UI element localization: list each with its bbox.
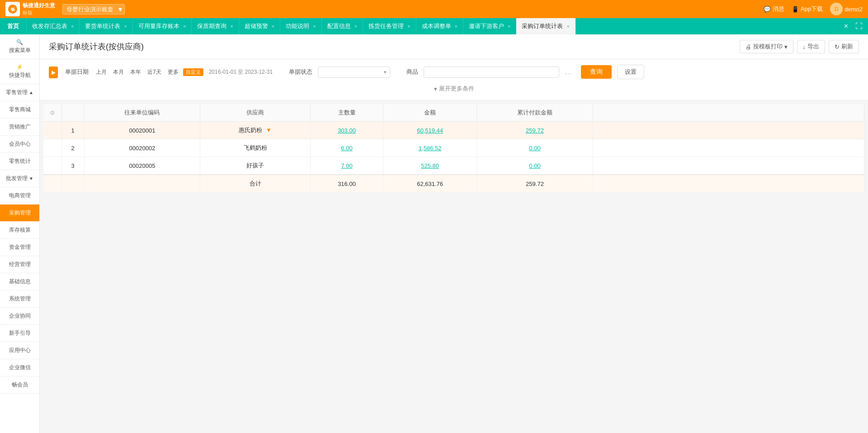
close-icon[interactable]: × [230,24,233,29]
sidebar-item-member[interactable]: 会员中心 [0,136,39,153]
row-paid-amount: 259.72 [476,122,593,139]
sidebar-item-purchase[interactable]: 采购管理 [0,205,39,222]
page-header: 采购订单统计表(按供应商) 🖨 按模板打印 ▾ ↓ 导出 ↻ 刷新 [40,34,868,59]
date-shortcut-7days[interactable]: 近7天 [146,67,163,77]
status-select[interactable] [318,67,390,78]
tab-overstock-alert[interactable]: 超储预警 × [239,18,280,34]
row-index: 2 [61,139,84,157]
close-icon[interactable]: × [407,24,410,29]
tab-order-stats[interactable]: 要货单统计表 × [80,18,132,34]
workspace-select[interactable]: 母婴行业演示账套 [62,4,125,14]
date-shortcut-more[interactable]: 更多 [166,67,180,77]
sidebar-item-wechat[interactable]: 企业微信 [0,359,39,376]
status-select-wrap[interactable] [318,67,390,78]
nav-fullscreen-btn[interactable]: ⛶ [854,22,864,30]
goods-input[interactable] [424,67,559,78]
tab-purchase-stats[interactable]: 采购订单统计表 × [516,18,575,34]
close-icon[interactable]: × [566,24,569,29]
col-header-settings[interactable]: ⚙ [43,104,61,122]
footer-paid-amount: 259.72 [476,175,593,193]
tab-home[interactable]: 首页 [0,18,27,34]
sidebar-item-marketing[interactable]: 营销推广 [0,119,39,136]
sidebar-item-wholesale[interactable]: 批发管理 ▼ [0,170,39,187]
content-area: 采购订单统计表(按供应商) 🖨 按模板打印 ▾ ↓ 导出 ↻ 刷新 [40,34,868,433]
message-icon: 💬 [764,6,771,13]
status-label: 单据状态 [289,68,312,76]
sidebar-item-retail-mall[interactable]: 零售商城 [0,101,39,119]
nav-close-btn[interactable]: × [842,22,850,30]
tab-function-desc[interactable]: 功能说明 × [280,18,321,34]
header-actions: 🖨 按模板打印 ▾ ↓ 导出 ↻ 刷新 [740,40,859,53]
close-icon[interactable]: × [455,24,458,29]
main-layout: 🔍 搜索菜单 ⚡ 快捷导航 零售管理 ▲ 零售商城 营销推广 会员中心 零售统计… [0,34,868,433]
footer-label: 合计 [200,175,310,193]
tab-invite-customer[interactable]: 邀请下游客户 × [463,18,516,34]
tab-receive-pay[interactable]: 收发存汇总表 × [27,18,80,34]
logo-area: 畅 畅捷通好生意 标版 [5,2,55,16]
sidebar-item-basics[interactable]: 基础信息 [0,273,39,290]
close-icon[interactable]: × [124,24,127,29]
chevron-down-icon: ▲ [29,90,33,95]
date-shortcut-this-year[interactable]: 本年 [128,67,143,77]
col-header-supplier: 供应商 [200,104,310,122]
sidebar-item-app-center[interactable]: 应用中心 [0,342,39,359]
more-dots-icon[interactable]: … [565,68,572,76]
row-settings [43,122,61,139]
export-button[interactable]: ↓ 导出 [797,40,826,53]
filter-row-date: 单据日期 上月 本月 本年 近7天 更多 自定义 2016-01-01 至 20… [65,65,859,79]
avatar: D [830,3,843,15]
quick-nav-icon: ⚡ [16,64,23,70]
date-shortcut-last-month[interactable]: 上月 [94,67,108,77]
expand-arrow-icon[interactable]: ▼ [266,127,272,133]
refresh-button[interactable]: ↻ 刷新 [829,40,859,53]
expand-more-btn[interactable]: ▾ 展开更多条件 [49,83,859,95]
filter-toggle-btn[interactable]: ▶ [49,67,58,78]
close-icon[interactable]: × [71,24,74,29]
sidebar-item-finance[interactable]: 资金管理 [0,239,39,256]
row-quantity: 7.00 [310,157,383,175]
tab-expiry-query[interactable]: 保质期查询 × [192,18,239,34]
tab-config-info[interactable]: 配置信息 × [322,18,363,34]
row-supplier: 好孩子 [200,157,310,175]
custom-badge[interactable]: 自定义 [183,68,203,76]
sidebar-item-quick-nav[interactable]: ⚡ 快捷导航 [0,59,39,84]
user-area[interactable]: D demo2 [830,3,863,15]
print-button[interactable]: 🖨 按模板打印 ▾ [740,40,793,53]
sidebar-item-operations[interactable]: 经营管理 [0,256,39,273]
date-shortcut-this-month[interactable]: 本月 [111,67,126,77]
table-row[interactable]: 1 00020001 惠氏奶粉 ▼ 303.00 60,519.44 259.7… [43,122,864,139]
query-button[interactable]: 查询 [581,65,612,79]
close-icon[interactable]: × [354,24,357,29]
export-icon: ↓ [803,43,806,50]
row-unit-code: 00020002 [84,139,200,157]
sidebar-item-retail-stats[interactable]: 零售统计 [0,153,39,170]
sidebar-item-inventory[interactable]: 库存核算 [0,222,39,239]
sidebar-item-search[interactable]: 🔍 搜索菜单 [0,34,39,59]
close-icon[interactable]: × [183,24,186,29]
top-right-area: 💬 消息 📱 App下载 D demo2 [764,3,863,15]
col-header-paid-amount: 累计付款金额 [476,104,593,122]
message-btn[interactable]: 💬 消息 [764,5,784,13]
row-settings [43,139,61,157]
workspace-selector-wrap[interactable]: 母婴行业演示账套 [59,4,125,14]
sidebar-item-system[interactable]: 系统管理 [0,290,39,308]
settings-gear-icon[interactable]: ⚙ [50,109,55,116]
settings-button[interactable]: 设置 [617,65,644,79]
sidebar-item-retail-mgmt[interactable]: 零售管理 ▲ [0,84,39,101]
sidebar-item-enterprise-coop[interactable]: 企业协同 [0,308,39,325]
sidebar-item-ecommerce[interactable]: 电商管理 [0,187,39,205]
tab-cost-adjust[interactable]: 成本调整单 × [416,18,463,34]
chevron-down-icon: ▾ [434,86,437,92]
sidebar-item-new-guide[interactable]: 新手引导 [0,325,39,342]
table-row[interactable]: 3 00020005 好孩子 7.00 525.80 0.00 [43,157,864,175]
table-row[interactable]: 2 00020002 飞鹤奶粉 6.00 1,586.52 0.00 [43,139,864,157]
app-download-btn[interactable]: 📱 App下载 [792,5,823,13]
row-unit-code: 00020005 [84,157,200,175]
tab-inventory-book[interactable]: 可用量库存账本 × [133,18,192,34]
sidebar-item-vip[interactable]: 畅会员 [0,376,39,394]
footer-quantity: 316.00 [310,175,383,193]
tab-pick-task[interactable]: 拣货任务管理 × [363,18,416,34]
close-icon[interactable]: × [508,24,510,29]
close-icon[interactable]: × [313,24,316,29]
close-icon[interactable]: × [272,24,274,29]
